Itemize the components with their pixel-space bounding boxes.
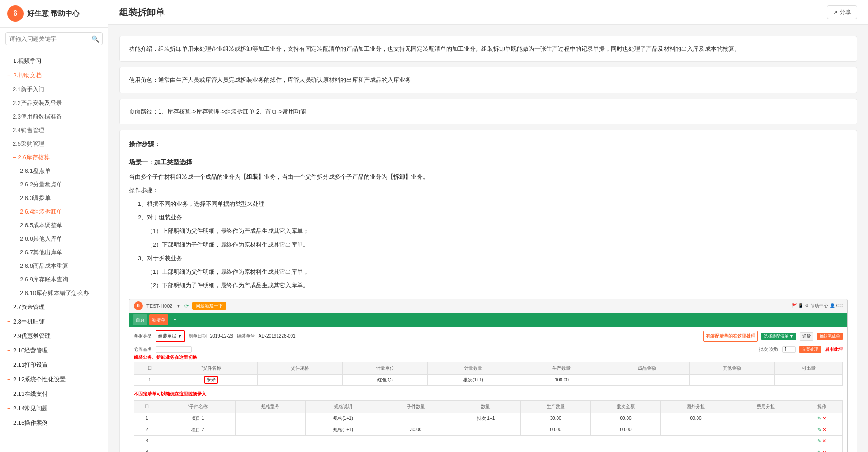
table-row: 2 项目 2 规格(1+1) 30.00 00.00 00.00 [134, 424, 843, 436]
sidebar-sub-label: 2.6.3调拨单 [20, 194, 51, 202]
sidebar-item-label: 2.8手机旺铺 [13, 318, 45, 326]
sidebar-sub-label: 2.6.4组装拆卸单 [20, 208, 62, 216]
sidebar-item-label: 2.7资金管理 [13, 303, 45, 311]
intro-section: 功能介绍：组装拆卸单用来处理企业组装或拆卸等加工业务，支持有固定装配清单的产品加… [119, 36, 857, 62]
sidebar-item-docs-23[interactable]: 2.3使用前数据准备 [0, 110, 108, 124]
sidebar-item-docs-264[interactable]: 2.6.4组装拆卸单 [0, 205, 108, 219]
sidebar-item-label: 2.14常见问题 [13, 404, 48, 413]
ss-apply-annotation: 启用处理 [825, 345, 843, 354]
ss-select-btn[interactable]: 选择装配清单 ▼ [761, 333, 796, 340]
sidebar-item-docs-263[interactable]: 2.6.3调拨单 [0, 191, 108, 205]
ss-top-table-wrapper: ☐ *父件名称 父件规格 计量单位 计量数量 生产数量 成品金额 其他金额 可出 [134, 362, 843, 386]
steps-title: 操作步骤： [129, 138, 848, 150]
sidebar-item-docs-268[interactable]: 2.6.8商品成本重算 [0, 259, 108, 273]
sidebar-item-label: 2.9优惠券管理 [13, 332, 51, 340]
plus-icon: + [7, 362, 10, 368]
ss-col-parent-spec: 父件规格 [257, 362, 342, 375]
sidebar-item-docs-267[interactable]: 2.6.7其他出库单 [0, 246, 108, 259]
ss-qty-input[interactable] [782, 346, 796, 353]
sidebar-item-docs-214[interactable]: + 2.14常见问题 [0, 401, 108, 416]
scenario1-steps-title: 操作步骤： [129, 185, 848, 196]
ss-top-table: ☐ *父件名称 父件规格 计量单位 计量数量 生产数量 成品金额 其他金额 可出 [134, 362, 843, 386]
sidebar-item-docs-211[interactable]: + 2.11打印设置 [0, 358, 108, 372]
screenshot-container: 6 TEST-H002 ▼ ⟳ 问题新建一下 🚩 📱 ⚙ 帮助中心 👤 CC 自… [129, 299, 848, 452]
sidebar-item-docs-22[interactable]: 2.2产品安装及登录 [0, 96, 108, 110]
sidebar-item-docs-210[interactable]: + 2.10经营管理 [0, 343, 108, 358]
nav-list: + 1.视频学习 − 2.帮助文档 2.1新手入门 2.2产品安装及登录 2.3… [0, 50, 108, 452]
sidebar-sub-label: 2.6.6其他入库单 [20, 235, 62, 243]
ss-num: AD-20191226-001 [259, 332, 296, 341]
path-text: 页面路径：1、库存核算->库存管理->组装拆卸单 2、首页->常用功能 [129, 106, 848, 117]
ss-fill-annotation: 不固定清单可以随便在这里随便录入 [134, 390, 843, 399]
scenario1-desc: 当由多个子件材料组装成一个成品的业务为【组装】业务，当由一个父件拆分成多个子产品… [129, 171, 848, 183]
share-button[interactable]: ↗ 分享 [827, 5, 857, 19]
sidebar-header: 6 好生意 帮助中心 [0, 0, 108, 28]
sidebar-sub-label: 2.6.1盘点单 [20, 167, 51, 175]
table-row: 1 项目 1 规格(1+1) 批次 1+1 30.00 00.00 00.0 [134, 413, 843, 424]
search-input[interactable] [5, 32, 103, 45]
plus-icon: + [7, 391, 10, 397]
ss-warehouse-input[interactable] [156, 346, 192, 353]
share-label: 分享 [840, 8, 851, 16]
sidebar-item-label: 2.10经营管理 [13, 347, 48, 355]
sidebar-item-docs-212[interactable]: + 2.12系统个性化设置 [0, 372, 108, 387]
ss-confirm-btn[interactable]: 确认完成单 [817, 333, 843, 340]
sidebar: 6 好生意 帮助中心 🔍 + 1.视频学习 − 2.帮助文档 2.1新手入门 2… [0, 0, 108, 452]
sidebar-item-docs[interactable]: − 2.帮助文档 [0, 68, 108, 83]
ss-apply-btn[interactable]: 立案处理 [799, 346, 821, 353]
sidebar-item-docs-2610[interactable]: 2.6.10库存账本错了怎么办 [0, 286, 108, 300]
sidebar-sub-label: 2.1新手入门 [13, 86, 44, 94]
sidebar-item-docs-24[interactable]: 2.4销售管理 [0, 124, 108, 137]
plus-icon: + [7, 304, 10, 310]
sidebar-item-docs-25[interactable]: 2.5采购管理 [0, 137, 108, 151]
sidebar-item-docs-266[interactable]: 2.6.6其他入库单 [0, 232, 108, 246]
sidebar-item-docs-29[interactable]: + 2.9优惠券管理 [0, 329, 108, 343]
table-row: 1 米米 红色(Q) 批次(1+1) 100.00 [134, 375, 843, 386]
sidebar-item-video[interactable]: + 1.视频学习 [0, 54, 108, 68]
sidebar-sub-label: 2.6.8商品成本重算 [20, 262, 68, 270]
sidebar-sub-label: 2.6.5成本调整单 [20, 221, 62, 229]
ss-action-btn[interactable]: 送货 [800, 332, 813, 341]
ss-warehouse-label: 仓库品名 [134, 345, 152, 354]
ss-type-annotation: 组装业务、拆卸业务在这里切换 [134, 353, 197, 362]
ss-tab-new[interactable]: 新增单 [149, 314, 168, 325]
sidebar-item-docs-27[interactable]: + 2.7资金管理 [0, 300, 108, 314]
ss-bottom-table-wrapper: 不固定清单可以随便在这里随便录入 ☐ *子件名称 规格型号 规格说明 子件数量 [134, 390, 843, 452]
top-bar: 组装拆卸单 ↗ 分享 [108, 0, 868, 25]
sidebar-item-label: 2.帮助文档 [14, 71, 42, 80]
table-row: 3✎ ✕ [134, 436, 843, 447]
sidebar-item-docs-262[interactable]: 2.6.2分量盘点单 [0, 178, 108, 191]
step1: 1、根据不同的业务，选择不同单据的类型来处理 [129, 198, 848, 210]
sidebar-item-docs-213[interactable]: + 2.13在线支付 [0, 387, 108, 401]
step2b: （2）下部明细为子件明细，最终作为原材料生成其它出库单。 [129, 239, 848, 251]
ss-new-btn[interactable]: 问题新建一下 [192, 302, 226, 310]
intro-text: 功能介绍：组装拆卸单用来处理企业组装或拆卸等加工业务，支持有固定装配清单的产品加… [129, 43, 848, 54]
ss-tab-home[interactable]: 自页 [133, 314, 147, 325]
sidebar-sub-label: 2.6.2分量盘点单 [20, 181, 62, 189]
sidebar-sub-label: 2.6.7其他出库单 [20, 248, 62, 257]
ss-right-icons: 🚩 📱 ⚙ 帮助中心 👤 CC [792, 301, 843, 310]
step3: 3、对于拆装业务 [129, 252, 848, 264]
ss-form: 单据类型 组装单据 ▼ 制单日期 2019-12-26 组装单号 AD-2019… [129, 327, 847, 452]
sidebar-item-label: 2.11打印设置 [13, 361, 48, 369]
ss-type-select-highlighted[interactable]: 组装单据 ▼ [156, 330, 185, 342]
sidebar-item-docs-265[interactable]: 2.6.5成本调整单 [0, 219, 108, 232]
scenario1-title: 场景一：加工类型选择 [129, 156, 848, 168]
content-area: 功能介绍：组装拆卸单用来处理企业组装或拆卸等加工业务，支持有固定装配清单的产品加… [108, 25, 868, 452]
sidebar-sub-label: 2.5采购管理 [13, 140, 44, 148]
ss-tab-more[interactable]: ▼ [170, 314, 180, 325]
sidebar-item-docs-261[interactable]: 2.6.1盘点单 [0, 164, 108, 178]
plus-icon: + [7, 376, 10, 383]
steps-section: 操作步骤： 场景一：加工类型选择 当由多个子件材料组装成一个成品的业务为【组装】… [119, 130, 857, 452]
search-box[interactable]: 🔍 [0, 28, 108, 50]
sidebar-item-docs-28[interactable]: + 2.8手机旺铺 [0, 314, 108, 329]
sidebar-item-docs-21[interactable]: 2.1新手入门 [0, 83, 108, 96]
sidebar-item-docs-215[interactable]: + 2.15操作案例 [0, 416, 108, 430]
sidebar-sub-label: 2.6库存核算 [18, 153, 50, 162]
ss-type-label: 单据类型 [134, 332, 152, 341]
sidebar-item-docs-269[interactable]: 2.6.9库存账本查询 [0, 273, 108, 286]
sidebar-item-docs-26[interactable]: − 2.6库存核算 [0, 151, 108, 164]
step2a: （1）上部明细为父件明细，最终作为产成品生成其它入库单； [129, 225, 848, 237]
sidebar-item-label: 2.12系统个性化设置 [13, 376, 66, 384]
plus-icon: + [7, 347, 10, 354]
